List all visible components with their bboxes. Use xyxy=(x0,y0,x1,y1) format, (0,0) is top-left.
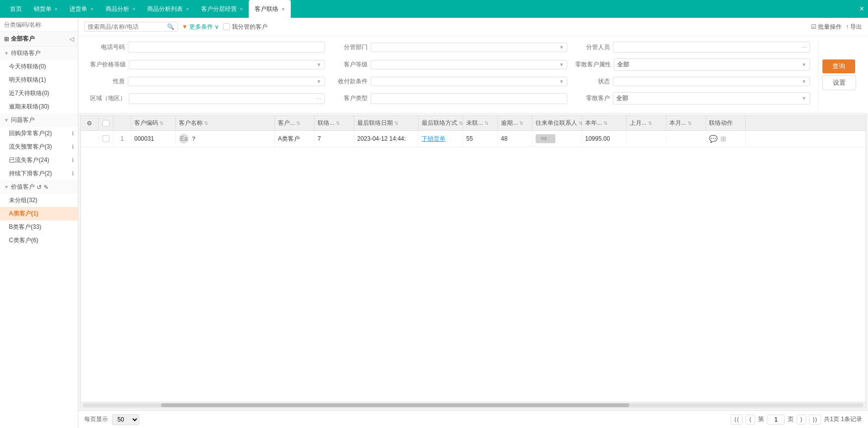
scrollbar-thumb[interactable] xyxy=(161,403,630,407)
sidebar-item-tomorrow-pending[interactable]: 明天待联络(1) xyxy=(0,73,78,87)
close-analysis-icon[interactable]: × xyxy=(132,6,135,12)
th-code[interactable]: 客户编码 ⇅ xyxy=(131,116,176,130)
nav-tab-home[interactable]: 首页 xyxy=(4,0,28,18)
close-purchase-icon[interactable]: × xyxy=(90,6,93,12)
th-this-month[interactable]: 本月... ⇅ xyxy=(666,116,706,130)
th-gear[interactable]: ⚙ xyxy=(81,116,99,130)
sort-no-contact-icon[interactable]: ⇅ xyxy=(485,120,488,126)
collapse-icon[interactable]: ◁ xyxy=(69,36,74,43)
nature-select[interactable]: ▼ xyxy=(128,77,325,86)
payment-select[interactable]: ▼ xyxy=(371,77,568,86)
settings-button[interactable]: 设置 xyxy=(822,75,856,90)
sort-last-method-icon[interactable]: ⇅ xyxy=(459,120,463,126)
cust-type-input[interactable] xyxy=(371,93,568,104)
my-customer-checkbox-container[interactable]: 我分管的客户 xyxy=(223,23,268,31)
more-conditions-button[interactable]: ▼ 更多条件 ∨ xyxy=(182,23,219,31)
th-last-month[interactable]: 上月... ⇅ xyxy=(627,116,666,130)
sort-overdue-icon[interactable]: ⇅ xyxy=(519,120,523,126)
close-analysis-list-icon[interactable]: × xyxy=(186,6,189,12)
td-unit-contact: RE . xyxy=(533,131,582,146)
th-name[interactable]: 客户名称 ⇅ xyxy=(176,116,275,130)
filter-cell-phone: 电话号码 xyxy=(86,40,329,54)
th-contact[interactable]: 联络... ⇅ xyxy=(315,116,354,130)
link-icon[interactable]: ⊞ xyxy=(720,135,726,143)
filter-search-input[interactable] xyxy=(88,23,167,30)
export-button[interactable]: ↑ 导出 xyxy=(846,23,862,31)
nav-tab-sales[interactable]: 销货单 × xyxy=(28,0,63,18)
close-all-button[interactable]: × xyxy=(860,4,864,13)
header-checkbox[interactable] xyxy=(103,120,109,127)
price-level-select[interactable]: ▼ xyxy=(129,60,325,69)
page-number-input[interactable] xyxy=(767,415,785,425)
sidebar-group-problem[interactable]: ▼ 问题客户 xyxy=(0,113,78,127)
sort-last-month-icon[interactable]: ⇅ xyxy=(648,120,652,126)
close-customer-contact-icon[interactable]: × xyxy=(281,6,284,12)
edit-icon[interactable]: ✎ xyxy=(44,184,49,191)
retail-attr-select[interactable]: 全部 ▼ xyxy=(614,58,810,71)
cust-level-select[interactable]: ▼ xyxy=(371,60,568,69)
row-checkbox[interactable] xyxy=(103,135,109,142)
sort-name-icon[interactable]: ⇅ xyxy=(204,120,208,126)
batch-action-button[interactable]: ☑ 批量操作 xyxy=(811,23,842,31)
sort-contact-icon[interactable]: ⇅ xyxy=(336,120,340,126)
status-select[interactable]: ▼ xyxy=(613,77,810,86)
nav-tab-customer-contact[interactable]: 客户联络 × xyxy=(249,0,290,18)
th-overdue[interactable]: 逾期... ⇅ xyxy=(498,116,533,130)
sidebar-group-value[interactable]: ▼ 价值客户 ↺ ✎ xyxy=(0,180,78,194)
sidebar-item-repurchase-abnormal[interactable]: 回购异常客户(2) ℹ xyxy=(0,127,78,140)
th-no-contact[interactable]: 未联... ⇅ xyxy=(463,116,498,130)
query-button[interactable]: 查询 xyxy=(822,59,855,73)
all-customers-header[interactable]: ⊞ 全部客户 ◁ xyxy=(0,32,78,47)
sort-cust-type-icon[interactable]: ⇅ xyxy=(296,120,300,126)
sidebar-item-churned[interactable]: 已流失客户(24) ℹ xyxy=(0,154,78,167)
nav-tab-analysis[interactable]: 商品分析 × xyxy=(100,0,141,18)
sidebar-item-churn-warning[interactable]: 流失预警客户(3) ℹ xyxy=(0,140,78,154)
horizontal-scrollbar[interactable] xyxy=(81,402,866,408)
message-icon[interactable]: 💬 xyxy=(709,135,717,143)
sidebar-item-class-a[interactable]: A类客户(1) xyxy=(0,207,78,220)
th-last-date[interactable]: 最后联络日期 ⇅ xyxy=(354,116,419,130)
sort-last-date-icon[interactable]: ⇅ xyxy=(394,120,398,126)
sort-code-icon[interactable]: ⇅ xyxy=(160,120,163,126)
sidebar-item-class-b[interactable]: B类客户(33) xyxy=(0,220,78,234)
first-page-button[interactable]: ⟨⟨ xyxy=(731,415,743,425)
retail-select[interactable]: 全部 ▼ xyxy=(613,92,810,105)
sort-this-year-icon[interactable]: ⇅ xyxy=(603,120,607,126)
close-customer-segment-icon[interactable]: × xyxy=(240,6,243,12)
th-unit-contact[interactable]: 往来单位联系人 ⇅ xyxy=(533,116,582,130)
last-page-button[interactable]: ⟩⟩ xyxy=(809,415,821,425)
nav-tab-customer-segment[interactable]: 客户分层经营 × xyxy=(195,0,249,18)
sidebar-search-input[interactable] xyxy=(4,21,78,28)
prev-page-button[interactable]: ⟨ xyxy=(746,415,755,425)
refresh-icon[interactable]: ↺ xyxy=(37,184,42,191)
nav-tab-analysis-list[interactable]: 商品分析列表 × xyxy=(141,0,195,18)
next-page-button[interactable]: ⟩ xyxy=(797,415,806,425)
table-body: 1 000031 Ea ？ xyxy=(81,131,866,402)
region-select[interactable]: ··· xyxy=(129,93,325,104)
app-root: 首页 销货单 × 进货单 × 商品分析 × 商品分析列表 × 客户分层经营 × … xyxy=(0,0,868,428)
dept-select[interactable]: ▼ xyxy=(371,43,568,52)
td-contact: 7 xyxy=(315,132,354,145)
sidebar-item-today-pending[interactable]: 今天待联络(0) xyxy=(0,60,78,73)
td-check[interactable] xyxy=(99,132,113,145)
sidebar-item-overdue-pending[interactable]: 逾期未联络(30) xyxy=(0,100,78,113)
th-last-method[interactable]: 最后联络方式 ⇅ xyxy=(419,116,463,130)
th-this-year[interactable]: 本年... ⇅ xyxy=(582,116,627,130)
sidebar-item-ungrouped[interactable]: 未分组(32) xyxy=(0,194,78,207)
th-check[interactable] xyxy=(99,116,113,130)
phone-input[interactable] xyxy=(128,42,325,53)
my-customer-checkbox[interactable] xyxy=(223,23,230,30)
close-sales-icon[interactable]: × xyxy=(54,6,57,12)
filter-cell-cust-level: 客户等级 ▼ xyxy=(329,58,572,71)
sidebar-group-pending[interactable]: ▼ 待联络客户 xyxy=(0,47,78,60)
page-size-select[interactable]: 50 100 200 xyxy=(112,414,139,425)
person-select[interactable]: ··· xyxy=(613,42,810,53)
th-cust-type[interactable]: 客户... ⇅ xyxy=(275,116,315,130)
sort-this-month-icon[interactable]: ⇅ xyxy=(688,120,692,126)
sidebar-item-class-c[interactable]: C类客户(6) xyxy=(0,234,78,247)
nav-tab-purchase[interactable]: 进货单 × xyxy=(63,0,99,18)
filter-search-icon[interactable]: 🔍 xyxy=(167,23,174,30)
sidebar-item-7day-pending[interactable]: 近7天待联络(0) xyxy=(0,87,78,100)
td-last-date: 2023-04-12 14:44: xyxy=(354,132,419,145)
sidebar-item-declining[interactable]: 持续下滑客户(2) ℹ xyxy=(0,167,78,180)
